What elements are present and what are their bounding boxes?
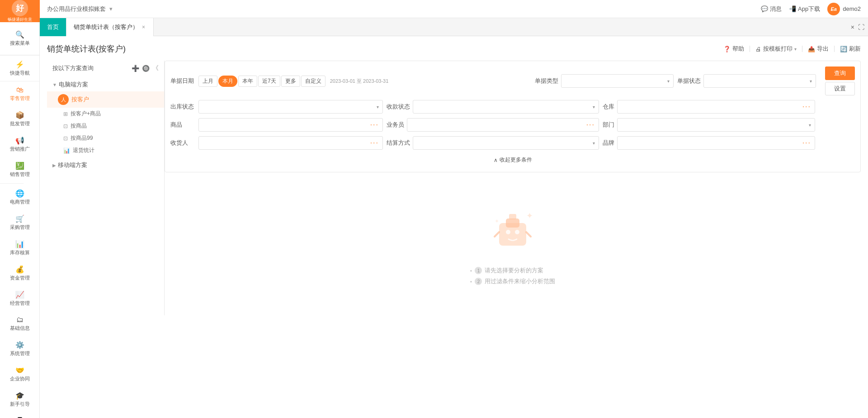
- salesperson-input[interactable]: ···: [407, 118, 599, 132]
- filter-row-4: 收货人 ··· 结算方式: [170, 136, 855, 150]
- warehouse-input[interactable]: ···: [617, 100, 815, 114]
- query-buttons: 查询 设置: [825, 66, 855, 95]
- sidebar-item-finance[interactable]: 💰 资金管理: [0, 261, 39, 286]
- empty-state: ✦ ✦ 1 请先选择要分析的方案 2: [165, 178, 861, 315]
- active-tab-label: 销货单统计表（按客户）: [74, 23, 138, 31]
- sidebar-item-wholesale[interactable]: 📦 批发管理: [0, 106, 39, 132]
- chevron-icon: ▼: [52, 82, 57, 87]
- sidebar-item-appcenter[interactable]: 📱 应用中心: [0, 412, 39, 418]
- print-button[interactable]: 🖨 按模板打印 ▾: [755, 45, 797, 53]
- collapse-arrow: ∧: [494, 157, 498, 163]
- wholesale-icon: 📦: [15, 111, 24, 119]
- payment-label: 结算方式: [387, 139, 410, 147]
- tab-home[interactable]: 首页: [40, 18, 66, 36]
- goods-filter-label: 商品: [170, 121, 196, 129]
- warehouse-dots: ···: [802, 103, 811, 111]
- svg-text:✦: ✦: [526, 211, 533, 220]
- date-btn-more[interactable]: 更多: [281, 76, 300, 87]
- sidebar-item-retail[interactable]: 🛍 零售管理: [0, 81, 39, 106]
- tree-parent-desktop[interactable]: ▼ 电脑端方案: [47, 78, 164, 91]
- add-scheme-button[interactable]: ➕: [132, 65, 139, 72]
- date-btn-thismonth[interactable]: 本月: [218, 76, 237, 87]
- message-icon: 💬: [761, 5, 768, 12]
- sidebar-item-quicknav[interactable]: ⚡ 快捷导航: [0, 56, 39, 81]
- tree-grandchild-goods[interactable]: ⊡ 按商品: [47, 120, 164, 132]
- svg-rect-6: [509, 214, 516, 219]
- breadcrumb-arrow[interactable]: ▾: [109, 5, 113, 12]
- sidebar-logo[interactable]: 好 畅捷通好生意: [0, 0, 40, 22]
- collapse-button[interactable]: ∧ 收起更多条件: [491, 153, 535, 166]
- user-profile[interactable]: Ea demo2: [827, 3, 861, 15]
- logo-tagline: 畅捷通好生意: [8, 17, 32, 22]
- page-content: 销货单统计表(按客户) ❓ 帮助 🖨 按模板打印 ▾ 📤: [40, 36, 868, 418]
- salesperson-label: 业务员: [387, 121, 404, 129]
- empty-icon: ✦ ✦: [486, 205, 540, 259]
- collapse-panel-button[interactable]: 《: [152, 64, 159, 72]
- tree-grandchild-return[interactable]: 📊 退货统计: [47, 144, 164, 157]
- receipt-status-label: 收款状态: [387, 103, 410, 111]
- brand-label: 品牌: [603, 139, 614, 147]
- page-title: 销货单统计表(按客户): [47, 43, 126, 54]
- tab-minimize-button[interactable]: ×: [851, 24, 854, 31]
- tab-maximize-button[interactable]: ⛶: [858, 24, 864, 31]
- brand-input[interactable]: ···: [617, 136, 815, 150]
- settings-scheme-button[interactable]: 🔘: [142, 65, 150, 72]
- date-btn-custom[interactable]: 自定义: [301, 76, 326, 87]
- query-button[interactable]: 查询: [825, 66, 855, 80]
- sidebar-item-basics[interactable]: 🗂 基础信息: [0, 311, 39, 336]
- department-filter: 部门 ▾: [603, 118, 815, 132]
- order-status-input[interactable]: ▾: [703, 74, 816, 88]
- sidebar-item-cooperation[interactable]: 🤝 企业协同: [0, 361, 39, 387]
- refresh-button[interactable]: 🔄 刷新: [840, 45, 861, 53]
- tab-controls: × ⛶: [847, 24, 868, 31]
- payment-input[interactable]: ▾: [413, 136, 599, 150]
- date-btn-last7days[interactable]: 近7天: [258, 76, 280, 87]
- out-status-input[interactable]: ▾: [198, 100, 383, 114]
- sidebar-item-inventory[interactable]: 📊 库存核算: [0, 235, 39, 261]
- order-type-input[interactable]: ▾: [561, 74, 674, 88]
- tree-grandchild-return-label: 退货统计: [73, 147, 94, 154]
- tree-parent-mobile[interactable]: ▶ 移动端方案: [47, 158, 164, 172]
- payment-arrow: ▾: [593, 141, 595, 146]
- app-download-button[interactable]: 📲 App下载: [789, 5, 820, 13]
- tab-close-button[interactable]: ×: [141, 24, 146, 30]
- message-button[interactable]: 💬 消息: [761, 5, 782, 13]
- page-title-bar: 销货单统计表(按客户) ❓ 帮助 🖨 按模板打印 ▾ 📤: [47, 43, 861, 54]
- receiver-input[interactable]: ···: [198, 136, 383, 150]
- sidebar-item-purchase[interactable]: 🛒 采购管理: [0, 210, 39, 235]
- sidebar-item-system[interactable]: ⚙️ 系统管理: [0, 336, 39, 361]
- return-icon: 📊: [63, 147, 70, 154]
- sidebar-item-newbie[interactable]: 🎓 新手引导: [0, 387, 39, 412]
- sidebar-item-marketing[interactable]: 📢 营销推广: [0, 132, 39, 157]
- breadcrumb-text: 办公用品行业模拟账套: [47, 5, 106, 13]
- sidebar-item-operations[interactable]: 📈 经营管理: [0, 286, 39, 311]
- tree-grandchild-goods99[interactable]: ⊡ 按商品99: [47, 132, 164, 144]
- out-status-arrow: ▾: [377, 104, 379, 109]
- tree-grandchild-customer-goods[interactable]: ⊞ 按客户+商品: [47, 108, 164, 120]
- sidebar-item-search[interactable]: 🔍 搜索菜单: [0, 26, 39, 51]
- date-btn-thisyear[interactable]: 本年: [238, 76, 257, 87]
- department-arrow: ▾: [809, 123, 811, 128]
- date-btn-lastmonth[interactable]: 上月: [198, 76, 217, 87]
- help-button[interactable]: ❓ 帮助: [723, 45, 744, 53]
- sidebar-item-ecommerce[interactable]: 🌐 电商管理: [0, 185, 39, 210]
- order-status-label: 单据状态: [677, 77, 701, 85]
- tab-sales-stats[interactable]: 销货单统计表（按客户） ×: [66, 18, 154, 36]
- receipt-status-input[interactable]: ▾: [413, 100, 599, 114]
- settings-button[interactable]: 设置: [825, 82, 855, 95]
- header-right: 💬 消息 📲 App下载 Ea demo2: [761, 3, 861, 15]
- tree-child-customer[interactable]: 人 按客户: [47, 91, 164, 108]
- inventory-icon: 📊: [15, 240, 24, 248]
- refresh-label: 刷新: [849, 45, 861, 53]
- goods-icon: ⊡: [63, 123, 68, 129]
- export-button[interactable]: 📤 导出: [808, 45, 829, 53]
- sidebar-search-label: 搜索菜单: [10, 40, 30, 47]
- goods-input[interactable]: ···: [198, 118, 383, 132]
- refresh-icon: 🔄: [840, 46, 847, 52]
- user-avatar: Ea: [827, 3, 840, 15]
- department-input[interactable]: ▾: [617, 118, 815, 132]
- brand-dots: ···: [802, 139, 811, 147]
- print-icon: 🖨: [755, 46, 761, 52]
- sidebar-item-sales[interactable]: 💹 销售管理: [0, 157, 39, 182]
- divider-2: [802, 46, 802, 52]
